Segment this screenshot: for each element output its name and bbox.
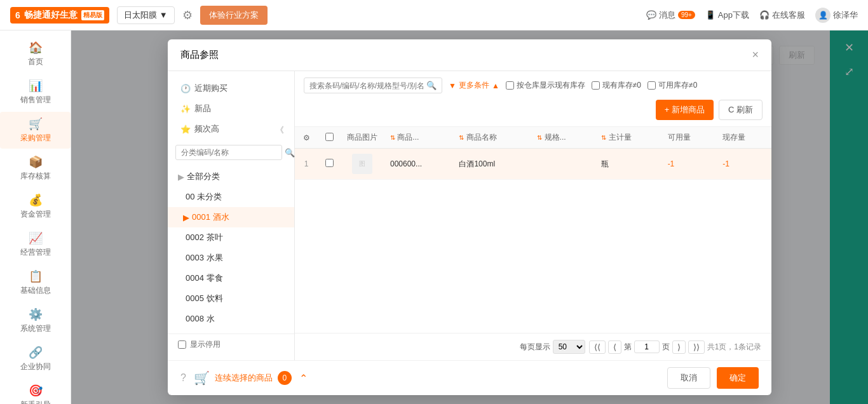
- chevron-down-icon: ▼: [159, 10, 168, 20]
- star-icon: ⭐: [180, 125, 191, 134]
- nav-dropdown[interactable]: 日太阳膜 ▼: [117, 6, 175, 24]
- check-warehouse[interactable]: 按仓库显示现有库存: [506, 80, 585, 91]
- nav-messages[interactable]: 💬 消息 99+: [646, 10, 695, 21]
- col-checkbox[interactable]: [318, 127, 341, 149]
- tree-item-0004[interactable]: 0004 零食: [168, 268, 294, 288]
- cart-label: 连续选择的商品: [215, 372, 273, 384]
- nav-messages-label: 消息: [659, 10, 675, 21]
- logo-icon: 6: [15, 10, 20, 20]
- confirm-btn[interactable]: 确定: [717, 367, 759, 389]
- sidebar-item-system[interactable]: ⚙️ 系统管理: [0, 302, 71, 339]
- sidebar-item-home[interactable]: 🏠 首页: [0, 36, 71, 72]
- category-tree: ▶ 全部分类 00 未分类 ▶ 0001 酒水 0002 茶: [168, 164, 294, 333]
- per-page-dropdown[interactable]: 50 10 20 100: [553, 340, 585, 354]
- modal-header: 商品参照 ×: [168, 39, 771, 71]
- refresh-btn[interactable]: C 刷新: [719, 100, 763, 120]
- finance-icon: 💰: [29, 193, 43, 207]
- sidebar-item-biz[interactable]: 📈 经营管理: [0, 226, 71, 263]
- product-image: 图: [352, 154, 372, 174]
- pagination: 每页显示 50 10 20 100 ⟨⟨ ⟨: [295, 333, 771, 360]
- product-search-input[interactable]: [309, 81, 424, 90]
- select-all-checkbox[interactable]: [325, 133, 334, 141]
- category-search-input[interactable]: [175, 145, 282, 160]
- check-avail-input[interactable]: [648, 81, 656, 90]
- sidebar-item-label: 销售管理: [20, 95, 51, 105]
- last-page-btn[interactable]: ⟩⟩: [688, 340, 705, 354]
- col-stock-header: 现存量: [716, 127, 771, 149]
- row-avail: -1: [661, 149, 717, 180]
- modal-left-nav-new[interactable]: ✨ 新品: [170, 99, 271, 118]
- tree-item-0010[interactable]: 0010 家电: [168, 329, 294, 333]
- first-page-btn[interactable]: ⟨⟨: [589, 340, 606, 354]
- sidebar-item-guide[interactable]: 🎯 新手引导: [0, 379, 71, 404]
- cart-collapse-icon[interactable]: ⌃: [299, 372, 308, 384]
- tree-item-0008[interactable]: 0008 水: [168, 309, 294, 329]
- col-code-header[interactable]: ⇅ 商品...: [384, 127, 452, 149]
- sidebar-item-sales[interactable]: 📊 销售管理: [0, 74, 71, 111]
- row-select-checkbox[interactable]: [325, 159, 334, 167]
- cart-count: 0: [278, 371, 292, 385]
- check-stock[interactable]: 现有库存≠0: [592, 80, 641, 91]
- filter-btn[interactable]: ▼ 更多条件 ▲: [449, 80, 499, 91]
- purchase-icon: 🛒: [29, 117, 43, 131]
- sidebar-item-basic[interactable]: 📋 基础信息: [0, 264, 71, 301]
- sidebar-item-inventory[interactable]: 📦 库存核算: [0, 150, 71, 187]
- tree-item-0002[interactable]: 0002 茶叶: [168, 227, 294, 248]
- modal-footer: ? 🛒 连续选择的商品 0 ⌃ 取消 确定: [168, 360, 771, 395]
- check-warehouse-input[interactable]: [506, 81, 514, 90]
- gear-icon[interactable]: ⚙: [182, 8, 193, 22]
- modal-left-nav-recent[interactable]: 🕐 近期购买: [170, 79, 271, 98]
- sidebar-item-finance[interactable]: 💰 资金管理: [0, 188, 71, 225]
- nav-right: 💬 消息 99+ 📱 App下载 🎧 在线客服 👤 徐泽华: [646, 8, 858, 23]
- table-row[interactable]: 1 图 000: [295, 149, 771, 180]
- col-spec-header[interactable]: ⇅ 规格...: [531, 127, 595, 149]
- nav-service[interactable]: 🎧 在线客服: [759, 10, 805, 21]
- cancel-btn[interactable]: 取消: [667, 367, 710, 389]
- sales-icon: 📊: [29, 79, 43, 93]
- tree-item-0003[interactable]: 0003 水果: [168, 248, 294, 268]
- modal-left-nav-freq[interactable]: ⭐ 频次高: [170, 119, 271, 138]
- next-page-btn[interactable]: ⟩: [672, 340, 686, 354]
- sidebar-item-label: 企业协同: [20, 361, 51, 372]
- biz-icon: 📈: [29, 231, 43, 245]
- col-name-header[interactable]: ⇅ 商品名称: [452, 127, 531, 149]
- prev-page-btn[interactable]: ⟨: [608, 340, 621, 354]
- show-disabled-checkbox[interactable]: [178, 340, 186, 349]
- logo-text: 畅捷通好生意: [24, 10, 78, 21]
- nav-user[interactable]: 👤 徐泽华: [815, 8, 858, 23]
- col-settings[interactable]: ⚙: [295, 127, 318, 149]
- sidebar-item-purchase[interactable]: 🛒 采购管理: [0, 112, 71, 149]
- sort-icon: ⇅: [601, 134, 606, 141]
- tree-arrow-0001: ▶: [183, 213, 189, 222]
- row-spec: [531, 149, 595, 180]
- logo: 6 畅捷通好生意 精易版: [10, 7, 109, 24]
- help-icon[interactable]: ?: [180, 372, 186, 384]
- product-search-bar[interactable]: 🔍: [304, 77, 442, 93]
- row-code: 000600...: [384, 149, 452, 180]
- tree-item-00[interactable]: 00 未分类: [168, 187, 294, 207]
- sidebar-item-corp[interactable]: 🔗 企业协同: [0, 340, 71, 377]
- filter-icon: ▼: [449, 81, 456, 90]
- exp-btn[interactable]: 体验行业方案: [200, 6, 268, 25]
- row-img: 图: [341, 149, 384, 180]
- check-avail[interactable]: 可用库存≠0: [648, 80, 697, 91]
- row-unit: 瓶: [595, 149, 661, 180]
- tree-item-all[interactable]: ▶ 全部分类: [168, 166, 294, 187]
- show-disabled-label: 显示停用: [190, 339, 220, 350]
- page-number-input[interactable]: [634, 340, 660, 353]
- modal-close-btn[interactable]: ×: [752, 48, 759, 62]
- add-product-btn[interactable]: + 新增商品: [656, 100, 714, 120]
- nav-app-download[interactable]: 📱 App下载: [705, 10, 749, 21]
- check-stock-input[interactable]: [592, 81, 600, 90]
- system-icon: ⚙️: [29, 307, 43, 321]
- main-layout: 🏠 首页 📊 销售管理 🛒 采购管理 📦 库存核算 💰 资金管理 📈 经营管理 …: [0, 30, 868, 404]
- col-unit-header[interactable]: ⇅ 主计量: [595, 127, 661, 149]
- sidebar-item-label: 经营管理: [20, 247, 51, 258]
- left-collapse-btn[interactable]: 《: [271, 122, 289, 138]
- tree-item-0001[interactable]: ▶ 0001 酒水: [168, 207, 294, 227]
- tree-item-0005[interactable]: 0005 饮料: [168, 288, 294, 309]
- logo-badge: 精易版: [81, 10, 104, 20]
- modal-dialog: 商品参照 × 🕐 近期购买: [168, 39, 771, 395]
- top-nav: 6 畅捷通好生意 精易版 日太阳膜 ▼ ⚙ 体验行业方案 💬 消息 99+ 📱 …: [0, 0, 868, 30]
- row-checkbox[interactable]: [318, 149, 341, 180]
